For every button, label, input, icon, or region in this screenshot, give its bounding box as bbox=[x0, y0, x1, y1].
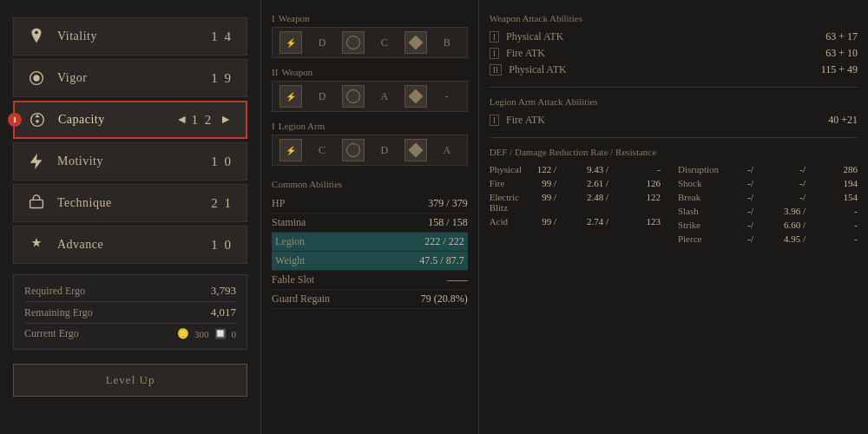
weapon-2-roman: II bbox=[272, 67, 278, 77]
ca-stamina-value: 158 / 158 bbox=[428, 216, 467, 229]
stat-row-motivity[interactable]: Motivity 1 0 bbox=[13, 142, 247, 181]
ergo-val1: 300 bbox=[194, 329, 209, 339]
def-strike-values: -/ 6.60 / - bbox=[719, 220, 858, 230]
def-pierce-label: Pierce bbox=[678, 233, 719, 244]
def-shock-v3: 194 bbox=[823, 178, 858, 188]
ca-fable-value: —— bbox=[447, 273, 468, 286]
def-fire: Fire 99 / 2.61 / 126 bbox=[490, 176, 661, 190]
ca-guard: Guard Regain 79 (20.8%) bbox=[272, 290, 468, 309]
def-electric-values: 99 / 2.48 / 122 bbox=[522, 192, 661, 213]
weapon-1-roman: I bbox=[272, 13, 275, 23]
def-shock-label: Shock bbox=[678, 178, 719, 188]
capacity-icon bbox=[25, 108, 49, 132]
atk3-label: IIPhysical ATK bbox=[490, 63, 567, 76]
def-slash-v3: - bbox=[823, 206, 858, 216]
divider-2 bbox=[490, 137, 858, 138]
stat-row-vitality[interactable]: Vitality 1 4 bbox=[13, 17, 247, 56]
def-break: Break -/ -/ 154 bbox=[678, 190, 858, 204]
capacity-notification: 1 bbox=[8, 113, 22, 127]
w1-circle bbox=[346, 36, 360, 49]
atk1-roman: I bbox=[490, 31, 499, 43]
def-fire-v1: 99 / bbox=[522, 178, 556, 188]
atk2-label: IFire ATK bbox=[490, 47, 545, 60]
ergo-section: Required Ergo 3,793 Remaining Ergo 4,017… bbox=[13, 274, 247, 350]
capacity-label: Capacity bbox=[58, 113, 173, 127]
la-atk-roman: I bbox=[490, 115, 499, 126]
current-ergo-label: Current Ergo bbox=[24, 327, 79, 340]
ca-fable: Fable Slot —— bbox=[272, 271, 468, 290]
def-electric: Electric Blitz 99 / 2.48 / 122 bbox=[490, 190, 661, 214]
remaining-ergo-label: Remaining Ergo bbox=[24, 306, 93, 319]
w2-slot2 bbox=[404, 85, 427, 108]
vigor-label: Vigor bbox=[57, 71, 211, 85]
def-fire-v2: 2.61 / bbox=[574, 178, 608, 188]
def-physical-v2: 9.43 / bbox=[574, 164, 608, 174]
w1-slot2 bbox=[404, 31, 427, 54]
weapon-attack-title: Weapon Attack Abilities bbox=[490, 13, 858, 23]
weapon-section-1: I Weapon ⚡ D C B bbox=[272, 13, 468, 58]
legion-label: Legion Arm bbox=[279, 121, 325, 131]
ca-legion-value: 222 / 222 bbox=[424, 235, 464, 248]
divider-1 bbox=[490, 87, 858, 88]
def-break-values: -/ -/ 154 bbox=[719, 192, 858, 202]
current-ergo-row: Current Ergo 🪙 300 🔲 0 bbox=[24, 324, 236, 344]
required-ergo-label: Required Ergo bbox=[24, 285, 85, 298]
capacity-value: 1 2 bbox=[191, 113, 213, 128]
w2-grade3: - bbox=[434, 90, 460, 103]
def-slash: Slash -/ 3.96 / - bbox=[678, 204, 858, 218]
atk2-roman: I bbox=[490, 48, 499, 59]
def-shock-v1: -/ bbox=[719, 178, 753, 188]
def-shock-values: -/ -/ 194 bbox=[719, 178, 858, 188]
la-diamond bbox=[408, 143, 423, 158]
def-col-2: Disruption -/ -/ 286 Shock -/ -/ 194 bbox=[678, 162, 858, 246]
remaining-ergo-value: 4,017 bbox=[211, 306, 236, 319]
ca-weight: Weight 47.5 / 87.7 bbox=[272, 252, 468, 271]
w1-slot1 bbox=[342, 31, 365, 54]
vitality-value: 1 4 bbox=[211, 30, 233, 44]
w2-grade2: A bbox=[372, 90, 398, 103]
ergo-icon1: 🪙 bbox=[177, 328, 189, 339]
def-pierce-values: -/ 4.95 / - bbox=[719, 233, 858, 244]
la-atk-value: 40 +21 bbox=[828, 114, 858, 127]
def-strike: Strike -/ 6.60 / - bbox=[678, 218, 858, 232]
capacity-arrow-left[interactable]: ◄ bbox=[173, 113, 192, 127]
right-panel: Weapon Attack Abilities IPhysical ATK 63… bbox=[479, 0, 868, 434]
required-ergo-value: 3,793 bbox=[211, 284, 236, 298]
stat-row-technique[interactable]: Technique 2 1 bbox=[13, 184, 247, 222]
ca-guard-value: 79 (20.8%) bbox=[421, 293, 468, 306]
capacity-arrow-right[interactable]: ► bbox=[216, 113, 235, 127]
stat-row-advance[interactable]: Advance 1 0 bbox=[13, 226, 247, 264]
advance-icon bbox=[24, 233, 49, 257]
def-disruption: Disruption -/ -/ 286 bbox=[678, 162, 858, 176]
w2-grade1: D bbox=[309, 90, 335, 103]
def-break-v3: 154 bbox=[823, 192, 858, 202]
attack-physical-2: IIPhysical ATK 115 + 49 bbox=[490, 62, 858, 78]
weapon-1-title: I Weapon bbox=[272, 13, 468, 23]
ergo-val2: 0 bbox=[232, 329, 237, 339]
def-pierce-v2: 4.95 / bbox=[771, 233, 806, 244]
la-grade3: A bbox=[434, 144, 460, 157]
def-acid-v1: 99 / bbox=[522, 216, 556, 227]
vitality-icon bbox=[24, 24, 49, 49]
ca-stamina-label: Stamina bbox=[272, 216, 306, 229]
la-grade1: C bbox=[309, 144, 335, 157]
legion-attack-title: Legion Arm Attack Abilities bbox=[490, 96, 858, 107]
level-up-button[interactable]: Level Up bbox=[13, 364, 247, 397]
ergo-icon2: 🔲 bbox=[214, 328, 227, 339]
advance-label: Advance bbox=[57, 238, 211, 252]
def-title: DEF / Damage Reduction Rate / Resistance bbox=[490, 147, 858, 157]
stat-row-capacity[interactable]: 1 Capacity ◄ 1 2 ► bbox=[13, 101, 247, 139]
la-grade2: D bbox=[372, 144, 398, 157]
w1-grade1: D bbox=[309, 36, 335, 49]
def-section: DEF / Damage Reduction Rate / Resistance… bbox=[490, 147, 858, 246]
def-acid-v2: 2.74 / bbox=[574, 216, 608, 227]
stat-row-vigor[interactable]: Vigor 1 9 bbox=[13, 59, 247, 97]
def-electric-v2: 2.48 / bbox=[574, 192, 608, 213]
motivity-label: Motivity bbox=[57, 155, 211, 168]
def-physical-v1: 122 / bbox=[522, 164, 556, 174]
attack-fire-1: IFire ATK 63 + 10 bbox=[490, 45, 858, 62]
def-shock-v2: -/ bbox=[771, 178, 806, 188]
def-acid: Acid 99 / 2.74 / 123 bbox=[490, 214, 661, 228]
current-ergo-icons: 🪙 300 🔲 0 bbox=[177, 328, 236, 339]
la-slot1 bbox=[342, 139, 365, 161]
